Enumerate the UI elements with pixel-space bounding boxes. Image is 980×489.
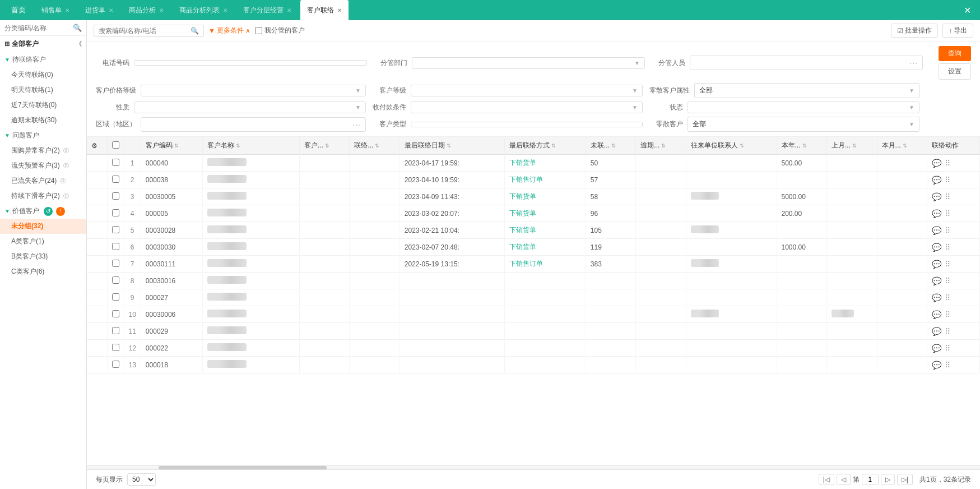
- select-all-checkbox[interactable]: [112, 141, 119, 149]
- chat-icon[interactable]: 💬: [932, 293, 941, 302]
- tab-product-analysis[interactable]: 商品分析 ✕: [122, 0, 170, 20]
- more-icon[interactable]: ⠿: [945, 276, 950, 285]
- close-tab-product-analysis[interactable]: ✕: [159, 7, 164, 13]
- row-action-cell[interactable]: 💬 ⠿: [927, 155, 980, 172]
- row-action-cell[interactable]: 💬 ⠿: [927, 222, 980, 239]
- filter-dept-select[interactable]: ▼: [412, 57, 645, 69]
- window-close-btn[interactable]: ✕: [959, 3, 976, 18]
- last-way-link[interactable]: 下销售订单: [509, 176, 543, 183]
- row-last-way-cell[interactable]: [505, 289, 586, 306]
- row-checkbox-cell[interactable]: [107, 357, 124, 373]
- sidebar-collapse-btn[interactable]: 《: [76, 40, 82, 48]
- reset-btn[interactable]: 设置: [939, 63, 971, 80]
- row-last-way-cell[interactable]: [505, 357, 586, 373]
- last-way-link[interactable]: 下销售订单: [509, 260, 543, 267]
- last-way-link[interactable]: 下销货单: [509, 159, 536, 167]
- tab-customer-contact[interactable]: 客户联络 ✕: [300, 0, 349, 20]
- next-page-btn[interactable]: ▷: [881, 474, 895, 485]
- filter-search-icon[interactable]: 🔍: [191, 27, 199, 35]
- row-checkbox[interactable]: [112, 159, 119, 166]
- row-checkbox[interactable]: [112, 176, 119, 183]
- sidebar-item-churned[interactable]: 已流失客户(24) ⓪: [0, 173, 86, 188]
- row-checkbox-cell[interactable]: [107, 172, 124, 188]
- more-icon[interactable]: ⠿: [945, 159, 950, 168]
- horizontal-scrollbar[interactable]: [87, 465, 980, 469]
- row-last-way-cell[interactable]: 下销货单: [505, 239, 586, 256]
- more-icon[interactable]: ⠿: [945, 310, 950, 319]
- tab-sales[interactable]: 销售单 ✕: [35, 0, 76, 20]
- chat-icon[interactable]: 💬: [932, 209, 941, 218]
- row-last-way-cell[interactable]: [505, 306, 586, 323]
- more-icon[interactable]: ⠿: [945, 226, 950, 235]
- sidebar-item-ungrouped[interactable]: 未分组(32): [0, 219, 86, 234]
- row-checkbox-cell[interactable]: [107, 155, 124, 172]
- chat-icon[interactable]: 💬: [932, 344, 941, 353]
- row-checkbox-cell[interactable]: [107, 340, 124, 357]
- row-last-way-cell[interactable]: 下销货单: [505, 155, 586, 172]
- row-checkbox-cell[interactable]: [107, 323, 124, 340]
- row-action-cell[interactable]: 💬 ⠿: [927, 273, 980, 289]
- filter-nature-select[interactable]: ▼: [134, 102, 366, 113]
- sidebar-item-today[interactable]: 今天待联络(0): [0, 67, 86, 82]
- filter-status-select[interactable]: ▼: [688, 102, 919, 113]
- row-checkbox-cell[interactable]: [107, 289, 124, 306]
- row-last-way-cell[interactable]: [505, 340, 586, 357]
- chat-icon[interactable]: 💬: [932, 260, 941, 269]
- search-box[interactable]: 🔍: [94, 25, 204, 37]
- row-last-way-cell[interactable]: 下销货单: [505, 188, 586, 205]
- last-page-btn[interactable]: ▷|: [897, 474, 913, 485]
- chat-icon[interactable]: 💬: [932, 159, 941, 168]
- row-checkbox-cell[interactable]: [107, 273, 124, 289]
- batch-ops-btn[interactable]: ☑ 批量操作: [891, 24, 938, 38]
- row-checkbox[interactable]: [112, 361, 119, 368]
- filter-manager-dots[interactable]: ···: [690, 56, 923, 70]
- row-checkbox[interactable]: [112, 209, 119, 216]
- row-action-cell[interactable]: 💬 ⠿: [927, 357, 980, 373]
- row-action-cell[interactable]: 💬 ⠿: [927, 172, 980, 188]
- export-btn[interactable]: ↑ 导出: [942, 24, 973, 38]
- row-checkbox[interactable]: [112, 226, 119, 233]
- row-checkbox[interactable]: [112, 310, 119, 317]
- sidebar-item-7days[interactable]: 近7天待联络(0): [0, 98, 86, 113]
- all-customers-title[interactable]: ⊞ 全部客户 《: [0, 36, 86, 52]
- sidebar-group-pending[interactable]: ▼ 待联络客户: [0, 52, 86, 67]
- filter-customer-level-select[interactable]: ▼: [411, 85, 643, 96]
- row-checkbox[interactable]: [112, 327, 119, 334]
- last-way-link[interactable]: 下销货单: [509, 209, 536, 217]
- row-checkbox-cell[interactable]: [107, 222, 124, 239]
- col-checkbox[interactable]: [107, 137, 124, 155]
- row-checkbox-cell[interactable]: [107, 256, 124, 273]
- more-icon[interactable]: ⠿: [945, 260, 950, 269]
- row-checkbox-cell[interactable]: [107, 188, 124, 205]
- chat-icon[interactable]: 💬: [932, 310, 941, 319]
- chat-icon[interactable]: 💬: [932, 192, 941, 201]
- more-icon[interactable]: ⠿: [945, 293, 950, 302]
- more-icon[interactable]: ⠿: [945, 176, 950, 184]
- sidebar-item-declining[interactable]: 持续下滑客户(2) ⓪: [0, 188, 86, 204]
- filter-phone-input[interactable]: [134, 60, 367, 66]
- sidebar-search-box[interactable]: 🔍: [0, 20, 86, 36]
- sidebar-item-class-a[interactable]: A类客户(1): [0, 234, 86, 249]
- row-action-cell[interactable]: 💬 ⠿: [927, 239, 980, 256]
- sidebar-search-icon[interactable]: 🔍: [73, 24, 82, 32]
- prev-page-btn[interactable]: ◁: [837, 474, 851, 485]
- chat-icon[interactable]: 💬: [932, 176, 941, 184]
- tab-product-list[interactable]: 商品分析列表 ✕: [173, 0, 234, 20]
- close-tab-product-list[interactable]: ✕: [223, 7, 227, 13]
- sidebar-item-overdue[interactable]: 逾期未联络(30): [0, 113, 86, 128]
- close-tab-purchase[interactable]: ✕: [109, 7, 113, 13]
- chat-icon[interactable]: 💬: [932, 276, 941, 285]
- row-last-way-cell[interactable]: [505, 273, 586, 289]
- page-input[interactable]: [862, 474, 879, 485]
- row-action-cell[interactable]: 💬 ⠿: [927, 205, 980, 222]
- more-icon[interactable]: ⠿: [945, 209, 950, 218]
- close-tab-sales[interactable]: ✕: [65, 7, 69, 13]
- tab-purchase[interactable]: 进货单 ✕: [78, 0, 120, 20]
- sidebar-item-churn-warning[interactable]: 流失预警客户(3) ⓪: [0, 158, 86, 173]
- close-tab-customer-contact[interactable]: ✕: [337, 7, 342, 13]
- sidebar-item-hoard[interactable]: 囤购异常客户(2) ⓪: [0, 143, 86, 158]
- row-action-cell[interactable]: 💬 ⠿: [927, 323, 980, 340]
- more-icon[interactable]: ⠿: [945, 192, 950, 201]
- search-input[interactable]: [99, 27, 188, 35]
- first-page-btn[interactable]: |◁: [819, 474, 834, 485]
